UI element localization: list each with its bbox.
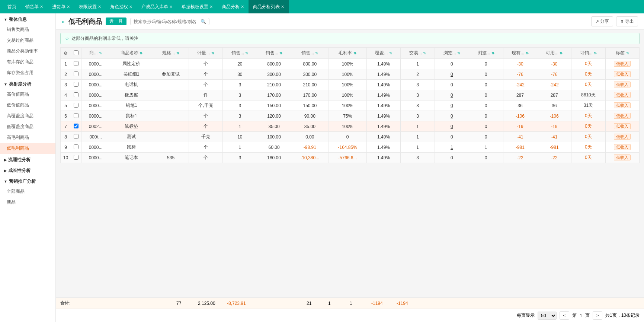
- col-name[interactable]: 商品名称 ⇅: [110, 48, 153, 59]
- sidebar-item-sales-products[interactable]: 销售类商品: [0, 24, 55, 35]
- sidebar-item-category-rate[interactable]: 商品分类助销率: [0, 46, 55, 57]
- col-sales-qty[interactable]: 销售... ⇅: [223, 48, 257, 59]
- close-icon[interactable]: ✕: [281, 4, 284, 9]
- close-icon[interactable]: ✕: [40, 4, 43, 9]
- sidebar-item-high-value[interactable]: 高价值商品: [0, 89, 55, 100]
- sidebar-item-low-margin[interactable]: 低毛利商品: [0, 143, 55, 154]
- col-view1[interactable]: 浏览... ⇅: [435, 48, 469, 59]
- row-view1[interactable]: 0: [435, 121, 469, 132]
- sidebar-group-title-marketing[interactable]: ▼ 营销推广分析: [0, 175, 55, 186]
- search-input[interactable]: [134, 19, 201, 24]
- col-gross-rate[interactable]: 毛利率 ⇅: [329, 48, 366, 59]
- col-available[interactable]: 可用... ⇅: [537, 48, 571, 59]
- row-checkbox[interactable]: [71, 80, 81, 90]
- row-view1[interactable]: 1: [435, 142, 469, 153]
- prev-page-button[interactable]: ＜: [560, 311, 569, 320]
- row-select-checkbox[interactable]: [74, 155, 79, 160]
- close-icon[interactable]: ✕: [98, 4, 101, 9]
- col-sales-profit[interactable]: 销售... ⇅: [291, 48, 329, 59]
- row-view1[interactable]: 0: [435, 80, 469, 90]
- row-select-checkbox[interactable]: [74, 103, 79, 108]
- row-checkbox[interactable]: [71, 59, 81, 69]
- col-trade[interactable]: 交易... ⇅: [401, 48, 435, 59]
- sidebar-item-capital[interactable]: 库存资金占用: [0, 67, 55, 78]
- close-icon[interactable]: ✕: [209, 4, 213, 9]
- row-unit: 千克: [189, 132, 223, 142]
- row-checkbox[interactable]: [71, 101, 81, 111]
- row-select-checkbox[interactable]: [74, 71, 79, 76]
- row-sales-amount: 300.00: [257, 69, 291, 80]
- row-checkbox[interactable]: [71, 142, 81, 153]
- nav-item-warehouse[interactable]: 产成品入库单✕: [137, 0, 177, 13]
- sidebar-group-title-growth[interactable]: ▶ 成长性分析: [0, 165, 55, 175]
- row-select-checkbox[interactable]: [74, 144, 79, 149]
- nav-item-sales[interactable]: 销货单✕: [21, 0, 48, 13]
- row-checkbox[interactable]: [71, 90, 81, 101]
- col-spec[interactable]: 规格... ⇅: [153, 48, 189, 59]
- row-sales-profit: 300.00: [291, 69, 329, 80]
- nav-item-roles[interactable]: 角色授权✕: [106, 0, 137, 13]
- col-sales-amount[interactable]: 销售... ⇅: [257, 48, 291, 59]
- col-saleable[interactable]: 可销... ⇅: [571, 48, 606, 59]
- row-view1[interactable]: 0: [435, 90, 469, 101]
- sidebar-group-title-overall[interactable]: ▼ 整体信息: [0, 13, 55, 24]
- close-icon[interactable]: ✕: [67, 4, 70, 9]
- row-view1[interactable]: 0: [435, 59, 469, 69]
- row-name: 铅笔1: [110, 101, 153, 111]
- row-view1[interactable]: 0: [435, 101, 469, 111]
- row-checkbox[interactable]: [71, 111, 81, 121]
- close-icon[interactable]: ✕: [129, 4, 132, 9]
- nav-item-home[interactable]: 首页: [3, 0, 21, 13]
- col-settings[interactable]: ⚙: [61, 48, 71, 59]
- row-checkbox[interactable]: [71, 121, 81, 132]
- row-trade: 1: [401, 121, 435, 132]
- sidebar-collapse-btn[interactable]: «: [62, 19, 65, 25]
- sidebar-item-new-products[interactable]: 新品: [0, 197, 55, 208]
- col-code[interactable]: 商... ⇅: [81, 48, 110, 59]
- row-select-checkbox[interactable]: [74, 134, 79, 139]
- close-icon[interactable]: ✕: [241, 4, 244, 9]
- nav-item-permissions[interactable]: 权限设置✕: [74, 0, 106, 13]
- row-select-checkbox[interactable]: [74, 61, 79, 66]
- date-badge[interactable]: 近一月: [106, 17, 126, 25]
- sidebar-item-all-products[interactable]: 全部商品: [0, 186, 55, 197]
- sidebar-group-title-flow[interactable]: ▶ 流通性分析: [0, 154, 55, 165]
- nav-item-analysis[interactable]: 商品分析✕: [217, 0, 249, 13]
- col-current-stock[interactable]: 现有... ⇅: [503, 48, 537, 59]
- row-checkbox[interactable]: [71, 132, 81, 142]
- sidebar-item-low-value[interactable]: 低价值商品: [0, 100, 55, 111]
- nav-item-template[interactable]: 单据模板设置✕: [177, 0, 217, 13]
- select-all-checkbox[interactable]: [74, 50, 79, 55]
- col-tag[interactable]: 标签 ⇅: [605, 48, 639, 59]
- col-unit[interactable]: 计量... ⇅: [189, 48, 223, 59]
- row-select-checkbox[interactable]: [74, 82, 79, 87]
- row-view1[interactable]: 0: [435, 69, 469, 80]
- sidebar-group-title-value[interactable]: ▼ 类射度分析: [0, 78, 55, 89]
- close-icon[interactable]: ✕: [169, 4, 173, 9]
- col-checkbox[interactable]: [71, 48, 81, 59]
- row-view2: 0: [469, 101, 503, 111]
- nav-item-purchase[interactable]: 进货单✕: [48, 0, 74, 13]
- next-page-button[interactable]: ＞: [593, 311, 602, 320]
- nav-item-analysis-list[interactable]: 商品分析列表✕: [249, 0, 289, 13]
- sidebar-item-high-coverage[interactable]: 高覆盖度商品: [0, 111, 55, 121]
- row-view1[interactable]: 0: [435, 132, 469, 142]
- sidebar-item-high-margin[interactable]: 高毛利商品: [0, 132, 55, 143]
- row-view1[interactable]: 0: [435, 153, 469, 163]
- row-select-checkbox[interactable]: [74, 113, 79, 118]
- per-page-select[interactable]: 50 100 200: [538, 312, 557, 320]
- row-view1[interactable]: 0: [435, 111, 469, 121]
- sidebar-item-in-stock[interactable]: 有库存的商品: [0, 57, 55, 67]
- sidebar-item-traded-products[interactable]: 交易过的商品: [0, 35, 55, 46]
- row-select-checkbox[interactable]: [74, 92, 79, 97]
- col-view2[interactable]: 浏览... ⇅: [469, 48, 503, 59]
- sidebar-group-overall: ▼ 整体信息 销售类商品 交易过的商品 商品分类助销率 有库存的商品 库存资金占…: [0, 13, 55, 78]
- search-icon[interactable]: 🔍: [201, 19, 206, 24]
- row-select-checkbox[interactable]: [74, 124, 79, 128]
- sidebar-item-low-coverage[interactable]: 低覆盖度商品: [0, 121, 55, 132]
- row-checkbox[interactable]: [71, 69, 81, 80]
- col-coverage[interactable]: 覆盖... ⇅: [366, 48, 401, 59]
- share-button[interactable]: ↗ 分享: [591, 16, 613, 26]
- row-checkbox[interactable]: [71, 153, 81, 163]
- export-button[interactable]: ⬆ 导出: [616, 16, 638, 26]
